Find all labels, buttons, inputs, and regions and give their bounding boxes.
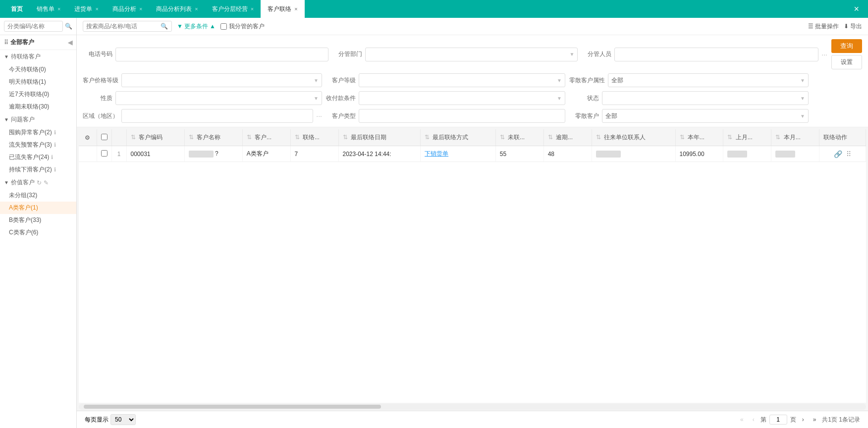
export-button[interactable]: ⬇ 导出 bbox=[844, 22, 862, 31]
last-date-col-header[interactable]: ⇅ 最后联络日期 bbox=[338, 129, 421, 146]
page-number-input[interactable] bbox=[769, 415, 787, 425]
sidebar-item-hoarding[interactable]: 囤购异常客户(2) ℹ bbox=[0, 126, 76, 139]
sidebar-item-c-class[interactable]: C类客户(6) bbox=[0, 226, 76, 239]
sales-close-icon[interactable]: × bbox=[57, 6, 60, 12]
price-level-select[interactable]: ▼ bbox=[121, 73, 322, 87]
sidebar-item-a-class[interactable]: A类客户(1) bbox=[0, 202, 76, 214]
more-filter-button[interactable]: ▼ 更多条件 ▲ bbox=[177, 22, 216, 31]
select-all-checkbox[interactable] bbox=[101, 134, 108, 140]
customer-level-caret: ▼ bbox=[557, 78, 562, 83]
sidebar-item-churn-warning[interactable]: 流失预警客户(3) ℹ bbox=[0, 139, 76, 151]
sidebar-item-today[interactable]: 今天待联络(0) bbox=[0, 63, 76, 76]
sidebar-search-icon[interactable]: 🔍 bbox=[65, 23, 72, 30]
overdue-col-label: 逾期... bbox=[556, 134, 573, 141]
overdue-col-header[interactable]: ⇅ 逾期... bbox=[543, 129, 592, 146]
row-checkbox[interactable] bbox=[101, 150, 108, 157]
last-month-masked bbox=[727, 151, 747, 158]
region-more-icon[interactable]: ··· bbox=[316, 112, 322, 120]
section-pending-contact[interactable]: ▼ 待联络客户 bbox=[0, 50, 76, 63]
settings-button[interactable]: 设置 bbox=[831, 55, 862, 69]
sidebar-item-declining[interactable]: 持续下滑客户(2) ℹ bbox=[0, 163, 76, 176]
per-page-dropdown[interactable]: 50 100 200 bbox=[110, 414, 136, 425]
next-page-button[interactable]: › bbox=[799, 415, 807, 424]
this-month-col-header[interactable]: ⇅ 本月... bbox=[771, 129, 819, 146]
my-customer-check[interactable] bbox=[220, 23, 227, 30]
sidebar-search-input[interactable] bbox=[4, 21, 63, 32]
row-contact: 7 bbox=[290, 146, 338, 162]
last-method-col-label: 最后联络方式 bbox=[433, 134, 468, 141]
a-class-label: A类客户(1) bbox=[9, 204, 38, 212]
topbar-item-purchase[interactable]: 进货单 × bbox=[67, 0, 105, 18]
topbar-item-customer-contact[interactable]: 客户联络 × bbox=[261, 0, 304, 18]
link-icon[interactable]: 🔗 bbox=[834, 150, 842, 158]
purchase-close-icon[interactable]: × bbox=[95, 6, 98, 12]
sidebar-item-7days[interactable]: 近7天待联络(0) bbox=[0, 88, 76, 101]
filter-search-icon[interactable]: 🔍 bbox=[161, 23, 168, 30]
last-page-button[interactable]: » bbox=[810, 415, 819, 424]
value-edit-icon[interactable]: ✎ bbox=[44, 179, 49, 186]
topbar-item-home[interactable]: 首页 bbox=[4, 0, 30, 18]
this-year-col-label: 本年... bbox=[688, 134, 705, 141]
num-col-header bbox=[111, 129, 126, 146]
dept-select[interactable]: ▼ bbox=[365, 48, 578, 61]
goods-analysis-list-close-icon[interactable]: × bbox=[195, 6, 198, 12]
nature-select[interactable]: ▼ bbox=[115, 91, 322, 105]
region-select[interactable] bbox=[121, 109, 313, 123]
row-gear[interactable] bbox=[79, 146, 97, 162]
last-month-col-header[interactable]: ⇅ 上月... bbox=[723, 129, 771, 146]
prev-page-button[interactable]: ‹ bbox=[750, 415, 758, 424]
code-col-header[interactable]: ⇅ 客户编码 bbox=[126, 129, 184, 146]
person-more-icon[interactable]: ··· bbox=[821, 51, 827, 58]
sidebar-item-churned[interactable]: 已流失客户(24) ℹ bbox=[0, 151, 76, 163]
last-method-col-header[interactable]: ⇅ 最后联络方式 bbox=[421, 129, 496, 146]
value-refresh-icon[interactable]: ↻ bbox=[37, 179, 42, 186]
first-page-button[interactable]: « bbox=[737, 415, 747, 424]
person-select[interactable] bbox=[614, 48, 818, 61]
my-customer-checkbox[interactable]: 我分管的客户 bbox=[220, 22, 265, 31]
this-year-col-header[interactable]: ⇅ 本年... bbox=[675, 129, 723, 146]
sidebar-item-b-class[interactable]: B类客户(33) bbox=[0, 214, 76, 226]
customer-type-select[interactable] bbox=[359, 109, 565, 123]
payment-select[interactable]: ▼ bbox=[359, 91, 565, 105]
batch-op-button[interactable]: ☰ 批量操作 bbox=[808, 22, 839, 31]
phone-input[interactable] bbox=[115, 48, 328, 61]
scrollbar-thumb[interactable] bbox=[84, 405, 381, 409]
name-col-header[interactable]: ⇅ 客户名称 bbox=[184, 129, 242, 146]
status-select[interactable]: ▼ bbox=[602, 91, 809, 105]
all-customers-label[interactable]: 全部客户 bbox=[10, 38, 34, 47]
sort-icon-date: ⇅ bbox=[343, 134, 348, 141]
section-problem-customer[interactable]: ▼ 问题客户 bbox=[0, 113, 76, 126]
filter-search-input[interactable] bbox=[86, 23, 161, 30]
customer-contact-close-icon[interactable]: × bbox=[294, 6, 297, 12]
sidebar-item-tomorrow[interactable]: 明天待联络(1) bbox=[0, 76, 76, 88]
retail-customer-select[interactable]: 全部 ▼ bbox=[602, 109, 809, 123]
type-col-header[interactable]: ⇅ 客户... bbox=[242, 129, 290, 146]
horizontal-scrollbar[interactable] bbox=[79, 404, 866, 410]
arrow-icon2: ▼ bbox=[4, 117, 9, 122]
topbar-item-goods-analysis-list[interactable]: 商品分析列表 × bbox=[149, 0, 205, 18]
topbar-item-goods-analysis[interactable]: 商品分析 × bbox=[106, 0, 149, 18]
query-button[interactable]: 查询 bbox=[831, 39, 862, 53]
gear-col-header[interactable]: ⚙ bbox=[79, 129, 97, 146]
row-last-method-value[interactable]: 下销货单 bbox=[425, 150, 448, 157]
contacts-col-header[interactable]: ⇅ 往来单位联系人 bbox=[592, 129, 675, 146]
pagination-controls: « ‹ 第 页 › » 共1页 1条记录 bbox=[737, 415, 860, 425]
sidebar-item-ungraded[interactable]: 未分组(32) bbox=[0, 189, 76, 202]
page-size-select: 每页显示 50 100 200 bbox=[85, 414, 136, 425]
topbar-item-customer-tier[interactable]: 客户分层经营 × bbox=[205, 0, 261, 18]
goods-analysis-close-icon[interactable]: × bbox=[139, 6, 142, 12]
c-class-label: C类客户(6) bbox=[9, 228, 38, 237]
retail-prop-select[interactable]: 全部 ▼ bbox=[608, 73, 809, 87]
ungraded-label: 未分组(32) bbox=[9, 191, 37, 200]
qr-icon[interactable]: ⠿ bbox=[846, 150, 851, 158]
customer-tier-close-icon[interactable]: × bbox=[251, 6, 254, 12]
close-all-button[interactable]: × bbox=[849, 4, 864, 14]
sort-icon-type: ⇅ bbox=[247, 134, 252, 141]
collapse-icon[interactable]: ◀ bbox=[68, 39, 72, 46]
section-value-customer[interactable]: ▼ 价值客户 ↻ ✎ bbox=[0, 176, 76, 189]
customer-level-select[interactable]: ▼ bbox=[359, 73, 565, 87]
contact-col-header[interactable]: ⇅ 联络... bbox=[290, 129, 338, 146]
sidebar-item-overdue[interactable]: 逾期未联络(30) bbox=[0, 101, 76, 113]
no-contact-col-header[interactable]: ⇅ 未联... bbox=[495, 129, 543, 146]
topbar-item-sales[interactable]: 销售单 × bbox=[30, 0, 67, 18]
